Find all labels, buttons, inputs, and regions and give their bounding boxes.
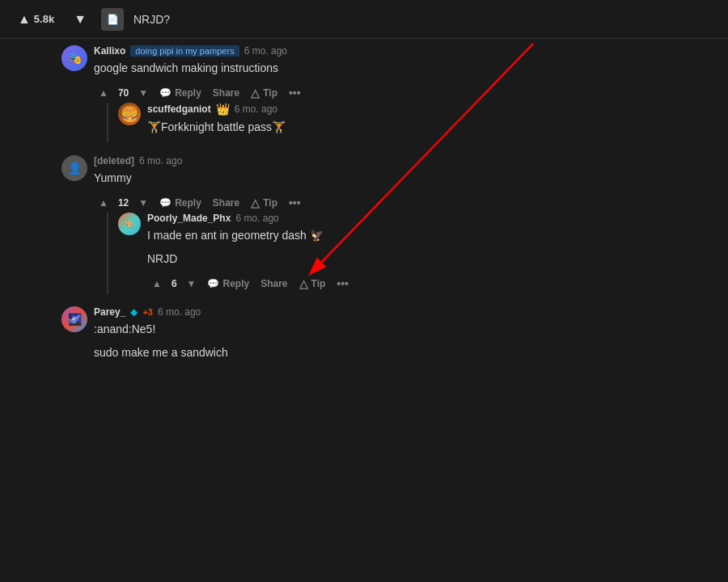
flair-kallixo: doing pipi in my pampers <box>130 45 239 57</box>
tip-icon: △ <box>299 277 308 290</box>
comment-body-kallixo: Kallixo doing pipi in my pampers 6 mo. a… <box>94 45 715 149</box>
downvote-icon: ▼ <box>74 12 87 27</box>
downvote-icon: ▼ <box>187 278 197 289</box>
share-button-kallixo[interactable]: Share <box>208 84 244 102</box>
comment-body-deleted: [deleted] 6 mo. ago Yummy ▲ 12 ▼ 💬 <box>94 155 715 300</box>
comment-body-scuffed: scuffedganiot 👑 6 mo. ago 🏋Forkknight ba… <box>147 103 715 142</box>
comment-header-parey: Parey_ ◆ +3 6 mo. ago <box>94 306 715 318</box>
comment-section: 🎭 Kallixo doing pipi in my pampers 6 mo.… <box>49 39 728 381</box>
comment-text-parey: :anand:Ne5! <box>94 321 715 338</box>
downvote-comment-poorly[interactable]: ▼ <box>182 275 201 293</box>
reply-thread-kallixo: 🍔 scuffedganiot 👑 6 mo. ago 🏋Forkknight … <box>107 103 715 142</box>
downvote-icon: ▼ <box>138 87 148 99</box>
post-title: NRJD? <box>133 13 170 26</box>
more-button-deleted[interactable]: ••• <box>284 193 306 213</box>
timestamp-deleted: 6 mo. ago <box>139 155 182 167</box>
action-bar-poorly: ▲ 6 ▼ 💬 Reply <box>147 274 715 293</box>
comment-header-scuffed: scuffedganiot 👑 6 mo. ago <box>147 103 715 116</box>
comment-subtext-parey: sudo make me a sandwich <box>94 344 715 361</box>
username-poorly: Poorly_Made_Phx <box>147 213 231 224</box>
tip-icon: △ <box>251 196 260 209</box>
tip-icon: △ <box>251 86 260 99</box>
timestamp-kallixo: 6 mo. ago <box>244 45 287 57</box>
upvote-icon: ▲ <box>18 12 31 27</box>
more-icon: ••• <box>289 86 301 99</box>
avatar-image: 🌌 <box>68 313 82 326</box>
avatar-image: 👤 <box>68 162 82 175</box>
vote-count-deleted: 12 <box>115 197 132 209</box>
upvote-icon: ▲ <box>152 278 162 289</box>
timestamp-poorly: 6 mo. ago <box>235 213 278 224</box>
avatar-deleted: 👤 <box>61 155 87 181</box>
share-label: Share <box>213 87 239 99</box>
reply-icon: 💬 <box>207 278 219 289</box>
downvote-comment-kallixo[interactable]: ▼ <box>133 84 153 102</box>
vote-count-kallixo: 70 <box>115 87 132 99</box>
more-button-poorly[interactable]: ••• <box>332 274 353 293</box>
timestamp-scuffed: 6 mo. ago <box>235 103 277 115</box>
downvote-icon: ▼ <box>138 197 148 209</box>
tip-label: Tip <box>263 197 277 209</box>
share-label: Share <box>213 197 239 209</box>
upvote-comment-poorly[interactable]: ▲ <box>147 275 167 293</box>
tip-button-poorly[interactable]: △ Tip <box>294 274 331 293</box>
timestamp-parey: 6 mo. ago <box>158 306 201 318</box>
tip-label: Tip <box>311 278 326 289</box>
comment-deleted: 👤 [deleted] 6 mo. ago Yummy ▲ 12 ▼ <box>61 155 715 300</box>
top-bar: ▲ 5.8k ▼ 📄 NRJD? <box>0 0 728 39</box>
comment-text-kallixo: google sandwich making instructions <box>94 60 715 77</box>
reply-button-deleted[interactable]: 💬 Reply <box>154 194 206 212</box>
share-button-poorly[interactable]: Share <box>256 275 292 293</box>
comment-body-poorly: Poorly_Made_Phx 6 mo. ago I made en ant … <box>147 213 715 293</box>
comment-scuffed: 🍔 scuffedganiot 👑 6 mo. ago 🏋Forkknight … <box>118 103 715 142</box>
comment-text-deleted: Yummy <box>94 170 715 187</box>
tip-button-deleted[interactable]: △ Tip <box>246 193 282 213</box>
crown-badge: 👑 <box>216 103 230 116</box>
tip-button-kallixo[interactable]: △ Tip <box>246 83 282 103</box>
username-parey: Parey_ <box>94 306 125 318</box>
comment-text-poorly: I made en ant in geometry dash 🦅 <box>147 227 715 244</box>
action-bar-deleted: ▲ 12 ▼ 💬 Reply Share <box>94 193 715 213</box>
action-bar-kallixo: ▲ 70 ▼ 💬 Reply Share <box>94 83 715 103</box>
username-deleted: [deleted] <box>94 155 134 167</box>
avatar-parey: 🌌 <box>61 306 87 332</box>
comment-header-poorly: Poorly_Made_Phx 6 mo. ago <box>147 213 715 224</box>
comment-body-parey: Parey_ ◆ +3 6 mo. ago :anand:Ne5! sudo m… <box>94 306 715 368</box>
app-container: ▲ 5.8k ▼ 📄 NRJD? 🎭 Kallixo doing pipi in… <box>0 0 728 582</box>
share-button-deleted[interactable]: Share <box>208 194 244 212</box>
upvote-button[interactable]: ▲ 5.8k <box>13 9 59 30</box>
reply-label: Reply <box>175 197 201 209</box>
upvote-icon: ▲ <box>99 197 108 209</box>
reply-label: Reply <box>175 87 201 99</box>
downvote-button[interactable]: ▼ <box>69 9 91 30</box>
more-icon: ••• <box>336 277 349 290</box>
reply-thread-deleted: 🎨 Poorly_Made_Phx 6 mo. ago I made en an… <box>107 213 715 293</box>
upvote-icon: ▲ <box>99 87 108 99</box>
reply-button-kallixo[interactable]: 💬 Reply <box>154 84 206 102</box>
more-button-kallixo[interactable]: ••• <box>284 83 306 103</box>
reply-label: Reply <box>222 278 249 289</box>
vote-count-poorly: 6 <box>168 278 180 289</box>
reply-button-poorly[interactable]: 💬 Reply <box>202 275 254 293</box>
upvote-comment-kallixo[interactable]: ▲ <box>94 84 113 102</box>
avatar-poorly: 🎨 <box>118 213 141 235</box>
comment-text-scuffed: 🏋Forkknight battle pass🏋 <box>147 119 715 136</box>
reply-icon: 💬 <box>159 197 171 209</box>
comment-header-kallixo: Kallixo doing pipi in my pampers 6 mo. a… <box>94 45 715 57</box>
username-scuffed: scuffedganiot <box>147 103 211 115</box>
more-icon: ••• <box>289 196 301 209</box>
share-label: Share <box>260 278 287 289</box>
username-kallixo: Kallixo <box>94 45 125 57</box>
downvote-comment-deleted[interactable]: ▼ <box>133 194 153 212</box>
main-content: 🎭 Kallixo doing pipi in my pampers 6 mo.… <box>0 39 728 582</box>
upvote-comment-deleted[interactable]: ▲ <box>94 194 113 212</box>
comment-header-deleted: [deleted] 6 mo. ago <box>94 155 715 167</box>
avatar-image: 🎭 <box>68 52 82 65</box>
comment-subtext-poorly: NRJD <box>147 251 715 268</box>
comment-text-line1: I made en ant in geometry dash 🦅 <box>147 229 324 242</box>
comment-parey: 🌌 Parey_ ◆ +3 6 mo. ago :anand:Ne5! sudo… <box>61 306 715 368</box>
diamond-badge: ◆ <box>130 306 138 318</box>
reply-icon: 💬 <box>159 87 171 99</box>
tip-label: Tip <box>263 87 277 99</box>
plus-badge: +3 <box>142 307 153 317</box>
